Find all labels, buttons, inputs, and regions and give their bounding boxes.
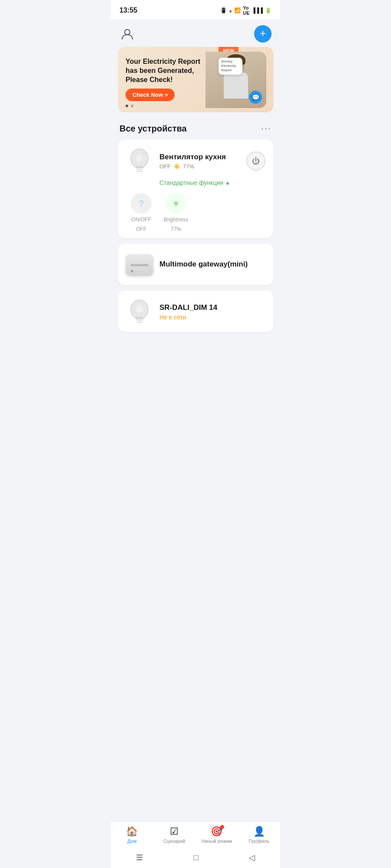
status-bar: 13:55 📳 ⁎ 📶 YoUE ▐▐▐ 🔋 [111,0,280,19]
func-onoff[interactable]: ? ON/OFF OFF [128,193,154,232]
svg-rect-2 [136,166,143,168]
device-card-top-2: Multimode gateway(mini) [126,251,265,279]
device-card-dali: SR-DALI_DIM 14 Не в сети [118,290,273,332]
chat-icon: 💬 [252,94,259,101]
device-card-ventilator: Вентилятор кухня OFF ☀️ 77% ⏻ Стандартны… [118,139,273,238]
func-onoff-value: OFF [136,226,146,232]
svg-rect-5 [136,317,143,319]
device-icon-bulb-1 [126,147,153,175]
std-functions-label-1: Стандартные функции [159,179,223,186]
func-brightness-value: 77% [171,226,181,232]
devices-more-button[interactable]: ··· [261,123,272,134]
device-card-top-1: Вентилятор кухня OFF ☀️ 77% ⏻ [126,147,265,175]
device-icon-gateway [126,251,153,279]
report-card: Weekly Electricity Report [219,58,242,75]
signal-icon: YoUE [243,5,249,16]
app-header: + [111,19,280,47]
device-info-2: Multimode gateway(mini) [159,260,265,270]
wifi-icon: 📶 [234,7,241,13]
device-offline-3: Не в сети [159,314,265,321]
power-icon-1: ⏻ [252,157,260,166]
bulb-icon-3 [128,298,151,326]
svg-point-6 [136,305,143,313]
device-list: Вентилятор кухня OFF ☀️ 77% ⏻ Стандартны… [111,139,280,332]
std-functions-toggle-1[interactable]: Стандартные функции ▲ [159,179,265,186]
device-name-3: SR-DALI_DIM 14 [159,303,265,312]
func-brightness-label: Brightness [164,217,189,224]
status-time: 13:55 [119,7,137,14]
device-info-3: SR-DALI_DIM 14 Не в сети [159,303,265,321]
device-card-gateway: Multimode gateway(mini) [118,243,273,285]
battery-icon: 🔋 [265,7,272,13]
banner-image: Weekly Electricity Report 💬 [199,47,273,112]
plus-icon: + [260,28,266,39]
vibrate-icon: 📳 [220,7,227,13]
user-icon [121,27,134,40]
function-icons-row-1: ? ON/OFF OFF ☀ Brightness 77% [126,193,265,232]
banner-dot-2[interactable] [131,105,133,107]
func-onoff-icon: ? [131,193,152,214]
device-brightness-1: 77% [183,163,194,170]
add-device-button[interactable]: + [254,25,272,43]
func-onoff-label: ON/OFF [131,217,151,224]
banner-section: NEW Your Electricity Report has been Gen… [111,47,280,119]
sun-brightness-icon: ☀️ [173,163,180,170]
electricity-report-banner[interactable]: NEW Your Electricity Report has been Gen… [118,47,273,112]
device-name-2: Multimode gateway(mini) [159,260,265,269]
check-now-button[interactable]: Check Now > [126,89,175,101]
device-icon-bulb-3 [126,298,153,326]
std-functions-arrow-1: ▲ [225,180,230,186]
svg-point-0 [125,30,130,35]
question-icon: ? [139,199,143,209]
power-button-1[interactable]: ⏻ [246,151,265,171]
chat-bot-button[interactable]: 💬 [249,91,262,104]
svg-point-3 [136,154,143,162]
func-brightness-icon: ☀ [166,193,186,214]
func-brightness[interactable]: ☀ Brightness 77% [163,193,189,232]
bulb-icon-1 [128,147,151,175]
bluetooth-icon: ⁎ [229,7,232,14]
banner-dot-1[interactable] [126,105,128,107]
banner-title: Your Electricity Report has been Generat… [126,57,202,84]
device-off-text-1: OFF [159,163,171,170]
device-card-top-3: SR-DALI_DIM 14 Не в сети [126,298,265,326]
signal-bars-icon: ▐▐▐ [252,7,263,13]
user-avatar-button[interactable] [119,26,135,42]
status-icons: 📳 ⁎ 📶 YoUE ▐▐▐ 🔋 [220,5,272,16]
sun-func-icon: ☀ [172,198,180,209]
devices-section-header: Все устройства ··· [111,119,280,139]
all-devices-title: Все устройства [119,124,187,134]
